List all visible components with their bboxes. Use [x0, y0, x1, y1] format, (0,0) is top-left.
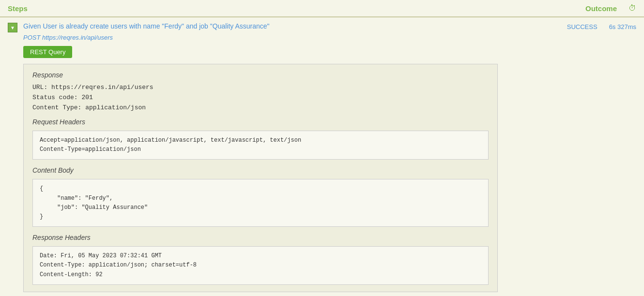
table-header: Steps Outcome ⏱: [0, 0, 644, 17]
request-headers-value: Accept=application/json, application/jav…: [32, 131, 489, 160]
toggle-arrow: ▼: [10, 25, 15, 30]
response-headers-title: Response Headers: [32, 234, 489, 241]
response-section-title: Response: [32, 71, 489, 79]
content-body-value: { "name": "Ferdy", "job": "Quality Assur…: [32, 179, 489, 227]
header-right: Outcome ⏱: [585, 4, 636, 13]
request-headers-title: Request Headers: [32, 118, 489, 126]
clock-icon: ⏱: [629, 4, 636, 13]
rest-query-button[interactable]: REST Query: [23, 46, 72, 58]
content-body-title: Content Body: [32, 166, 489, 174]
response-url: URL: https://reqres.in/api/users: [32, 84, 489, 91]
step-row: ▼ Given User is already create users wit…: [0, 17, 644, 296]
response-panel: Response URL: https://reqres.in/api/user…: [23, 64, 498, 292]
step-title: Given User is already create users with …: [23, 22, 561, 30]
response-status-code: Status code: 201: [32, 94, 489, 101]
response-content-type: Content Type: application/json: [32, 104, 489, 111]
step-duration: 6s 327ms: [609, 23, 636, 30]
steps-column-header: Steps: [8, 4, 28, 13]
step-success-status: SUCCESS: [567, 23, 598, 30]
outcome-column-header: Outcome: [585, 4, 617, 13]
step-outcome: SUCCESS 6s 327ms: [567, 22, 636, 30]
step-url: POST https://reqres.in/api/users: [23, 34, 561, 41]
step-toggle-button[interactable]: ▼: [8, 23, 17, 32]
response-headers-value: Date: Fri, 05 May 2023 07:32:41 GMT Cont…: [32, 246, 489, 285]
step-content: Given User is already create users with …: [23, 22, 561, 292]
